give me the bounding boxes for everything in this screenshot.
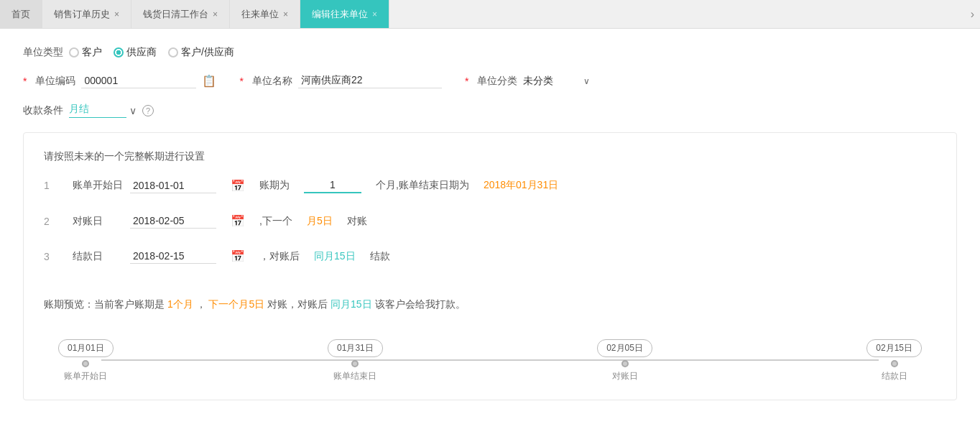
start-date-input[interactable] [130,178,216,193]
preview-section: 账期预览：当前客户账期是 1个月 ， 下一个月5日 对账，对账后 同月15日 该… [44,284,936,325]
tab-cash-work-close[interactable]: × [213,9,218,19]
row-3-num: 3 [44,251,58,262]
radio-both-circle [168,47,178,58]
point-3-badge: 02月05日 [597,339,652,357]
point-2-dot [351,360,359,367]
preview-mid1: ， [196,298,206,310]
start-date-calendar-icon[interactable]: 📅 [231,179,245,193]
point-3-label: 对账日 [612,370,638,382]
tab-sales-order-history[interactable]: 销售订单历史 × [42,0,131,28]
row-2-suffix-post: 对账 [347,215,367,228]
unit-category-label: 单位分类 [477,75,517,88]
point-2-badge: 01月31日 [328,339,383,357]
tab-sales-order-history-label: 销售订单历史 [54,8,110,21]
timeline-container: 01月01日 账单开始日 01月31日 账单结束日 02月05日 对账日 02月… [44,339,936,382]
unit-code-group: * 单位编码 📋 [23,73,216,88]
period-input[interactable] [304,178,361,193]
unit-name-label: 单位名称 [252,75,292,88]
unit-code-input[interactable] [81,73,196,88]
timeline-point-1: 01月01日 账单开始日 [58,339,114,382]
setting-row-3: 3 结款日 📅 ，对账后 同月15日 结款 [44,249,936,264]
timeline-point-2: 01月31日 账单结束日 [328,339,383,382]
radio-both-label: 客户/供应商 [181,46,234,59]
row-1-end-date: 2018年01月31日 [484,179,558,192]
setting-row-2: 2 对账日 📅 ,下一个 月5日 对账 [44,213,936,229]
unit-type-row: 单位类型 客户 供应商 客户/供应商 [23,46,957,59]
payment-terms-label: 收款条件 [23,104,63,117]
radio-supplier-circle [114,47,124,58]
tab-edit-partner-close[interactable]: × [372,9,377,19]
unit-code-star: * [23,75,27,87]
row-2-num: 2 [44,216,58,227]
radio-customer-circle [69,47,79,58]
row-1-suffix-pre: 账期为 [259,179,290,192]
radio-group: 客户 供应商 客户/供应商 [69,46,234,59]
payment-terms-group: 收款条件 月结 ∨ ? [23,103,154,118]
unit-name-star: * [239,75,243,87]
point-1-badge: 01月01日 [58,339,114,357]
point-3-dot [621,360,629,367]
unit-info-row: * 单位编码 📋 * 单位名称 * 单位分类 未分类 ∨ [23,73,957,88]
payment-date-input[interactable] [130,249,216,264]
radio-both[interactable]: 客户/供应商 [168,46,234,59]
point-4-label: 结款日 [882,370,907,382]
settings-panel: 请按照未来的一个完整帐期进行设置 1 账单开始日 📅 账期为 个月,账单结束日期… [23,132,957,400]
chevron-down-icon: ∨ [583,76,590,86]
preview-text: 账期预览：当前客户账期是 1个月 ， 下一个月5日 对账，对账后 同月15日 该… [44,295,936,313]
preview-part3: 同月15日 [330,298,372,310]
payment-terms-value: 月结 [69,103,126,118]
unit-type-group: 单位类型 客户 供应商 客户/供应商 [23,46,234,59]
reconcile-date-calendar-icon[interactable]: 📅 [231,214,245,228]
tab-home[interactable]: 首页 [0,0,42,28]
preview-mid2: 对账，对账后 [267,298,328,310]
timeline-point-3: 02月05日 对账日 [597,339,652,382]
row-3-field: 结款日 [73,250,116,263]
tab-bar: 首页 销售订单历史 × 钱货日清工作台 × 往来单位 × 编辑往来单位 × › [0,0,980,29]
tab-partner-close[interactable]: × [283,9,288,19]
row-2-suffix-pre: ,下一个 [259,215,292,228]
point-2-label: 账单结束日 [333,370,376,382]
tab-home-label: 首页 [11,8,30,21]
help-icon[interactable]: ? [142,105,154,116]
tab-edit-partner-label: 编辑往来单位 [312,8,368,21]
point-1-dot [82,360,89,367]
radio-customer[interactable]: 客户 [69,46,102,59]
tab-sales-order-history-close[interactable]: × [114,9,119,19]
row-1-field: 账单开始日 [73,179,116,192]
tab-edit-partner[interactable]: 编辑往来单位 × [300,0,389,28]
unit-type-label: 单位类型 [23,46,63,59]
unit-name-input[interactable] [298,73,442,88]
row-1-num: 1 [44,180,58,191]
payment-terms-select[interactable]: 月结 ∨ [69,103,137,118]
preview-part2: 下一个月5日 [208,298,264,310]
panel-hint: 请按照未来的一个完整帐期进行设置 [44,150,936,163]
reconcile-date-input[interactable] [130,213,216,229]
payment-date-calendar-icon[interactable]: 📅 [231,249,245,263]
radio-supplier[interactable]: 供应商 [114,46,157,59]
radio-supplier-label: 供应商 [126,46,157,59]
tab-cash-work-label: 钱货日清工作台 [143,8,208,21]
preview-suffix: 该客户会给我打款。 [375,298,466,310]
tab-cash-work[interactable]: 钱货日清工作台 × [131,0,230,28]
point-4-badge: 02月15日 [866,339,922,357]
tab-partner-label: 往来单位 [241,8,279,21]
row-2-field: 对账日 [73,215,116,228]
payment-terms-row: 收款条件 月结 ∨ ? [23,103,957,118]
preview-label: 账期预览：当前客户账期是 [44,298,165,310]
row-2-highlight: 月5日 [307,215,333,228]
timeline-points: 01月01日 账单开始日 01月31日 账单结束日 02月05日 对账日 02月… [58,339,922,382]
row-3-suffix-post: 结款 [370,250,390,263]
unit-category-value: 未分类 [523,75,581,88]
tab-partner[interactable]: 往来单位 × [230,0,300,28]
unit-category-select[interactable]: 未分类 ∨ [523,75,590,88]
row-1-suffix-post: 个月,账单结束日期为 [376,179,469,192]
main-content: 单位类型 客户 供应商 客户/供应商 * 单位编码 [0,29,980,437]
unit-category-group: * 单位分类 未分类 ∨ [465,75,590,88]
payment-terms-dropdown-arrow: ∨ [129,105,137,116]
setting-row-1: 1 账单开始日 📅 账期为 个月,账单结束日期为 2018年01月31日 [44,178,936,193]
tab-overflow-arrow[interactable]: › [965,0,980,28]
timeline-point-4: 02月15日 结款日 [866,339,922,382]
radio-customer-label: 客户 [82,46,102,59]
unit-code-calendar-icon[interactable]: 📋 [202,74,216,88]
row-3-highlight: 同月15日 [314,250,356,263]
